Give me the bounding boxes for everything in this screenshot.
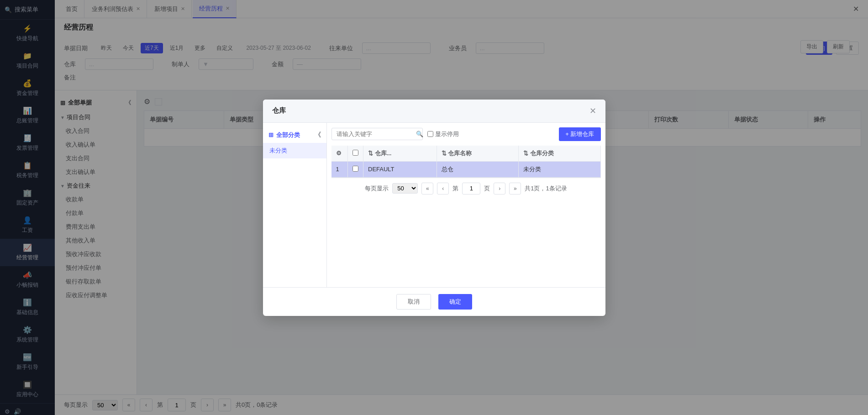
modal-page-suffix: 页 <box>484 184 490 193</box>
th-checkbox-col <box>348 146 363 162</box>
modal-page-input[interactable] <box>462 183 480 194</box>
select-all-checkbox[interactable] <box>352 150 358 156</box>
table-toolbar: 🔍 显示停用 + 新增仓库 <box>331 127 601 141</box>
th-settings: ⚙ <box>331 146 348 162</box>
search-icon: 🔍 <box>416 131 423 137</box>
gear-icon: ⚙ <box>336 150 342 157</box>
th-code: ⇅ 仓库... <box>363 146 437 162</box>
category-collapse-arrow[interactable]: 《 <box>315 131 321 139</box>
row-name: 总仓 <box>437 161 518 177</box>
modal-page-size-label: 每页显示 <box>365 184 389 193</box>
modal-last-page-btn[interactable]: » <box>509 183 521 194</box>
search-box: 🔍 <box>331 128 423 140</box>
add-warehouse-btn[interactable]: + 新增仓库 <box>559 127 600 141</box>
modal-page-label: 第 <box>452 184 458 193</box>
category-unclassified[interactable]: 未分类 <box>263 143 326 158</box>
sort-icon[interactable]: ⇅ <box>442 150 447 157</box>
show-disabled-checkbox[interactable] <box>427 131 433 137</box>
confirm-button[interactable]: 确定 <box>438 294 472 310</box>
show-disabled-text: 显示停用 <box>435 130 459 138</box>
modal-header: 仓库 ✕ <box>263 100 605 123</box>
category-panel: ⊞ 全部分类 《 未分类 <box>263 123 327 287</box>
modal-pagination: 每页显示 50 10 20 100 « ‹ 第 页 › » 共1页，1条记录 <box>331 178 601 199</box>
modal-table: ⚙ ⇅ 仓库... ⇅ 仓库名称 <box>331 146 601 178</box>
grid-icon: ⊞ <box>268 131 274 138</box>
row-checkbox-input[interactable] <box>352 166 358 172</box>
table-row[interactable]: 1 DEFAULT 总仓 未分类 <box>331 161 601 177</box>
modal-close-btn[interactable]: ✕ <box>589 106 596 116</box>
category-all[interactable]: ⊞ 全部分类 《 <box>263 127 326 143</box>
modal-body: ⊞ 全部分类 《 未分类 🔍 显示停用 + 新增仓库 <box>263 123 605 287</box>
row-checkbox[interactable] <box>348 161 363 177</box>
warehouse-modal: 仓库 ✕ ⊞ 全部分类 《 未分类 🔍 显示停用 <box>263 100 605 316</box>
table-panel: 🔍 显示停用 + 新增仓库 ⚙ <box>327 123 605 287</box>
modal-title: 仓库 <box>272 106 589 115</box>
cancel-button[interactable]: 取消 <box>396 294 431 310</box>
row-code: DEFAULT <box>363 161 437 177</box>
row-category: 未分类 <box>519 161 600 177</box>
search-input[interactable] <box>337 131 413 137</box>
sort-icon[interactable]: ⇅ <box>523 150 528 157</box>
modal-first-page-btn[interactable]: « <box>421 183 433 194</box>
category-all-label: 全部分类 <box>276 131 300 139</box>
th-category: ⇅ 仓库分类 <box>519 146 600 162</box>
row-settings: 1 <box>331 161 348 177</box>
th-name: ⇅ 仓库名称 <box>437 146 518 162</box>
show-disabled-label[interactable]: 显示停用 <box>427 130 459 138</box>
modal-page-size-select[interactable]: 50 10 20 100 <box>392 183 418 194</box>
modal-total-info: 共1页，1条记录 <box>525 184 567 193</box>
sort-icon[interactable]: ⇅ <box>368 150 373 157</box>
modal-footer: 取消 确定 <box>263 287 605 316</box>
modal-prev-page-btn[interactable]: ‹ <box>437 183 449 194</box>
category-unclassified-label: 未分类 <box>269 147 287 154</box>
modal-next-page-btn[interactable]: › <box>494 183 505 194</box>
